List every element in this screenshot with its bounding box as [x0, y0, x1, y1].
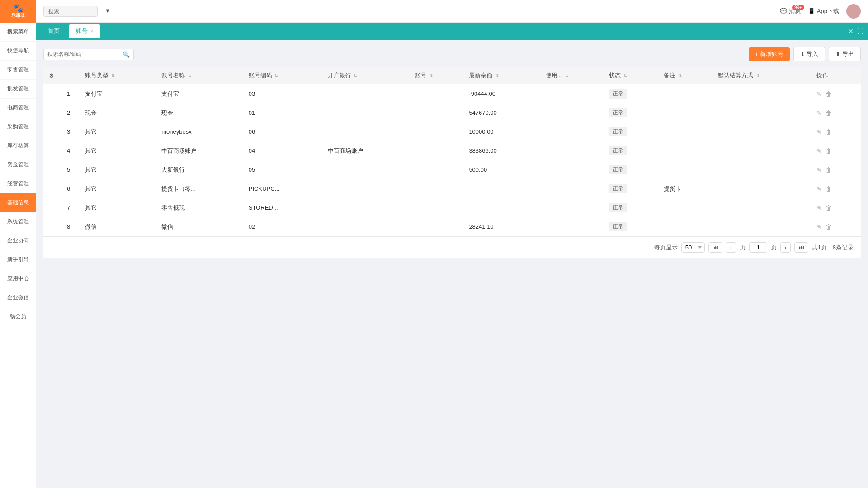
topbar-dropdown[interactable]: ▼ [105, 8, 111, 14]
sidebar-item-企业微信[interactable]: 企业微信 [0, 288, 36, 307]
status-badge: 正常 [609, 184, 627, 193]
cell-index: 6 [61, 179, 80, 198]
sidebar-item-资金管理[interactable]: 资金管理 [0, 155, 36, 174]
cell-account-name: 支付宝 [156, 84, 243, 103]
cell-status: 正常 [604, 141, 658, 160]
tab-actions: ✕ ⛶ [848, 28, 863, 35]
cell-actions: ✎🗑 [811, 84, 861, 103]
col-remark[interactable]: 备注 ⇅ [658, 67, 712, 84]
sidebar-item-系统管理[interactable]: 系统管理 [0, 212, 36, 231]
sidebar-item-企业协同[interactable]: 企业协同 [0, 231, 36, 250]
col-status[interactable]: 状态 ⇅ [604, 67, 658, 84]
search-input[interactable] [47, 51, 120, 57]
sidebar-item-库存核算[interactable]: 库存核算 [0, 136, 36, 155]
cell-actions: ✎🗑 [811, 198, 861, 217]
sidebar-item-快捷导航[interactable]: 快捷导航 [0, 42, 36, 61]
page-input[interactable] [749, 242, 767, 253]
import-button[interactable]: ⬇ 导入 [793, 47, 826, 61]
cell-account-no [409, 122, 463, 141]
cell-gear [43, 122, 61, 141]
cell-account-name: 中百商场账户 [156, 141, 243, 160]
edit-button[interactable]: ✎ [816, 204, 822, 211]
sidebar-item-经营管理[interactable]: 经营管理 [0, 174, 36, 193]
cell-balance [463, 179, 540, 198]
topbar-search-input[interactable] [43, 6, 98, 17]
sidebar-item-采购管理[interactable]: 采购管理 [0, 117, 36, 136]
cell-account-name: 零售抵现 [156, 198, 243, 217]
tab-fullscreen-icon[interactable]: ⛶ [857, 28, 863, 35]
cell-account-no [409, 103, 463, 122]
delete-button[interactable]: 🗑 [826, 204, 832, 211]
user-avatar[interactable] [846, 4, 861, 19]
sidebar-item-基础信息[interactable]: 基础信息 [0, 193, 36, 212]
col-account_code[interactable]: 账号编码 ⇅ [243, 67, 322, 84]
cell-default-settlement [712, 122, 811, 141]
edit-button[interactable]: ✎ [816, 223, 822, 230]
topbar-left: ▼ [43, 6, 111, 17]
cell-actions: ✎🗑 [811, 160, 861, 179]
sidebar-item-零售管理[interactable]: 零售管理 [0, 61, 36, 80]
delete-button[interactable]: 🗑 [826, 185, 832, 192]
delete-button[interactable]: 🗑 [826, 147, 832, 155]
col-account_type[interactable]: 账号类型 ⇅ [80, 67, 156, 84]
tabbar: 首页账号× ✕ ⛶ [36, 23, 868, 40]
sidebar-item-应用中心[interactable]: 应用中心 [0, 269, 36, 288]
action-buttons: ✎🗑 [816, 204, 855, 211]
cell-status: 正常 [604, 160, 658, 179]
cell-index: 8 [61, 217, 80, 236]
col-bank[interactable]: 开户银行 ⇅ [322, 67, 410, 84]
tab-账号[interactable]: 账号× [69, 24, 100, 38]
sidebar-item-电商管理[interactable]: 电商管理 [0, 99, 36, 117]
delete-button[interactable]: 🗑 [826, 128, 832, 136]
last-page-button[interactable]: ⏭ [794, 242, 808, 253]
tab-close-账号[interactable]: × [90, 28, 93, 34]
cell-account-type: 其它 [80, 160, 156, 179]
page-label: 页 [740, 244, 745, 252]
app-download-button[interactable]: 📱 App下载 [808, 7, 839, 15]
cell-usage [540, 84, 604, 103]
edit-button[interactable]: ✎ [816, 109, 822, 117]
col-default_settlement[interactable]: 默认结算方式 ⇅ [712, 67, 811, 84]
delete-button[interactable]: 🗑 [826, 90, 832, 98]
sidebar-item-新手引导[interactable]: 新手引导 [0, 250, 36, 269]
cell-account-code: PICKUPC... [243, 179, 322, 198]
delete-button[interactable]: 🗑 [826, 109, 832, 117]
cell-actions: ✎🗑 [811, 179, 861, 198]
delete-button[interactable]: 🗑 [826, 223, 832, 230]
delete-button[interactable]: 🗑 [826, 166, 832, 174]
edit-button[interactable]: ✎ [816, 185, 822, 192]
edit-button[interactable]: ✎ [816, 128, 822, 136]
sidebar-item-畅会员[interactable]: 畅会员 [0, 307, 36, 326]
col-account_no[interactable]: 账号 ⇅ [409, 67, 463, 84]
cell-remark [658, 141, 712, 160]
tab-close-icon[interactable]: ✕ [848, 28, 854, 35]
col-account_name[interactable]: 账号名称 ⇅ [156, 67, 243, 84]
sidebar-item-批发管理[interactable]: 批发管理 [0, 80, 36, 99]
message-icon: 💬 [780, 8, 787, 14]
status-badge: 正常 [609, 127, 627, 136]
add-account-button[interactable]: + 新增账号 [749, 47, 790, 61]
col-balance[interactable]: 最新余额 ⇅ [463, 67, 540, 84]
tab-首页[interactable]: 首页 [41, 24, 67, 38]
cell-balance: 28241.10 [463, 217, 540, 236]
first-page-button[interactable]: ⏮ [708, 242, 722, 253]
cell-balance: -90444.00 [463, 84, 540, 103]
cell-remark [658, 198, 712, 217]
edit-button[interactable]: ✎ [816, 90, 822, 98]
cell-bank [322, 198, 410, 217]
page-size-select[interactable]: 50 100 200 [681, 242, 705, 253]
col-usage[interactable]: 使用... ⇅ [540, 67, 604, 84]
next-page-button[interactable]: › [780, 242, 790, 253]
edit-button[interactable]: ✎ [816, 166, 822, 174]
sidebar-item-搜索菜单[interactable]: 搜索菜单 [0, 23, 36, 42]
cell-bank [322, 160, 410, 179]
prev-page-button[interactable]: ‹ [726, 242, 736, 253]
search-icon[interactable]: 🔍 [123, 51, 130, 58]
cell-account-no [409, 160, 463, 179]
edit-button[interactable]: ✎ [816, 147, 822, 155]
cell-account-code: 05 [243, 160, 322, 179]
message-button[interactable]: 💬 消息 99+ [780, 7, 801, 15]
table-row: 1支付宝支付宝03-90444.00正常✎🗑 [43, 84, 861, 103]
export-button[interactable]: ⬆ 导出 [829, 47, 861, 61]
cell-index: 7 [61, 198, 80, 217]
